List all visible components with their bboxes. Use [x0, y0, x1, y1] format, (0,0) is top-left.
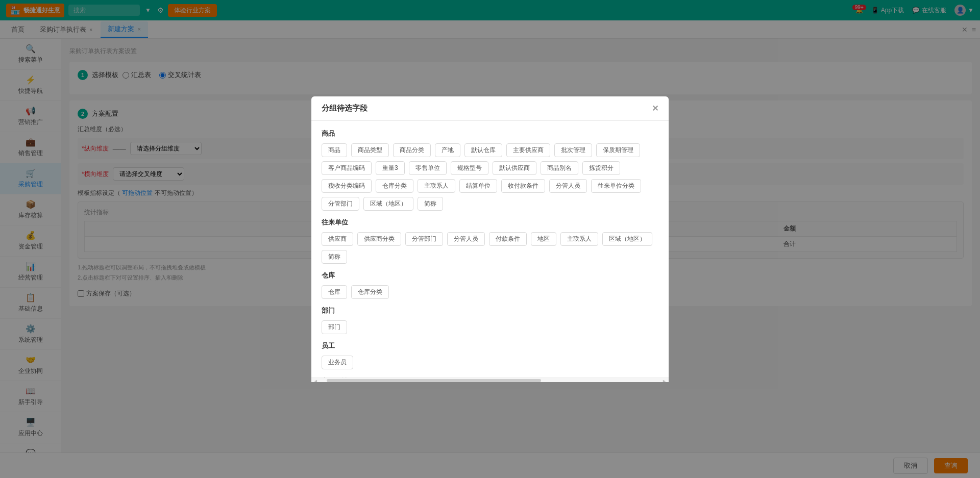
scroll-left-arrow[interactable]: ◄ [313, 379, 318, 382]
field-tag-party-contact[interactable]: 主联系人 [560, 232, 598, 246]
field-tag-expiry-mgmt[interactable]: 保质期管理 [596, 143, 640, 157]
field-tag-party-person[interactable]: 分管人员 [447, 232, 485, 246]
field-tag-party-region[interactable]: 区域（地区） [602, 232, 652, 246]
modal-title: 分组待选字段 [322, 104, 368, 113]
field-tag-customer-code[interactable]: 客户商品编码 [322, 161, 372, 175]
dept-fields-grid: 部门 [322, 320, 658, 334]
warehouse-fields-grid: 仓库 仓库分类 [322, 285, 658, 299]
scroll-thumb[interactable] [327, 379, 541, 382]
field-tag-pick-points[interactable]: 拣货积分 [582, 161, 620, 175]
field-tag-party-area[interactable]: 地区 [531, 232, 556, 246]
field-tag-warehouse-category[interactable]: 仓库分类 [376, 179, 413, 193]
field-tag-goods-category[interactable]: 商品分类 [393, 143, 431, 157]
modal-body: 商品 商品 商品类型 商品分类 产地 默认仓库 主要供应商 批次管理 保质期管理… [311, 121, 669, 378]
field-tag-origin[interactable]: 产地 [435, 143, 460, 157]
goods-fields-grid: 商品 商品类型 商品分类 产地 默认仓库 主要供应商 批次管理 保质期管理 客户… [322, 143, 658, 211]
field-tag-batch-mgmt[interactable]: 批次管理 [554, 143, 592, 157]
section-header-party: 往来单位 [322, 218, 658, 227]
field-tag-retail-unit[interactable]: 零售单位 [409, 161, 447, 175]
field-tag-short-name[interactable]: 简称 [418, 197, 443, 211]
field-selection-modal: 分组待选字段 ✕ 商品 商品 商品类型 商品分类 产地 默认仓库 主要供应商 批… [311, 96, 669, 382]
field-tag-goods-alias[interactable]: 商品别名 [541, 161, 578, 175]
field-tag-supplier-category[interactable]: 供应商分类 [357, 232, 401, 246]
section-header-goods: 商品 [322, 129, 658, 138]
field-tag-goods-type[interactable]: 商品类型 [351, 143, 389, 157]
field-tag-supplier[interactable]: 供应商 [322, 232, 353, 246]
field-tag-salesperson[interactable]: 业务员 [322, 356, 353, 369]
field-tag-payment-terms[interactable]: 收付款条件 [501, 179, 545, 193]
employee-fields-grid: 业务员 [322, 356, 658, 369]
field-tag-goods[interactable]: 商品 [322, 143, 347, 157]
field-tag-party-short[interactable]: 简称 [322, 250, 347, 264]
field-tag-party-payment[interactable]: 付款条件 [489, 232, 527, 246]
field-tag-party-category[interactable]: 往来单位分类 [591, 179, 641, 193]
field-tag-party-dept[interactable]: 分管部门 [405, 232, 443, 246]
field-tag-dept[interactable]: 部门 [322, 320, 347, 334]
field-tag-tax-code[interactable]: 税收分类编码 [322, 179, 372, 193]
section-header-employee: 员工 [322, 341, 658, 350]
horizontal-scrollbar[interactable]: ◄ ► [311, 378, 669, 382]
field-tag-settlement-unit[interactable]: 结算单位 [459, 179, 497, 193]
section-header-dept: 部门 [322, 306, 658, 315]
field-tag-region[interactable]: 区域（地区） [363, 197, 413, 211]
scroll-right-arrow[interactable]: ► [662, 379, 667, 382]
modal-overlay: 分组待选字段 ✕ 商品 商品 商品类型 商品分类 产地 默认仓库 主要供应商 批… [0, 0, 980, 478]
field-tag-mgmt-dept[interactable]: 分管部门 [322, 197, 359, 211]
field-tag-warehouse[interactable]: 仓库 [322, 285, 347, 299]
field-tag-weight3[interactable]: 重量3 [376, 161, 405, 175]
party-fields-grid: 供应商 供应商分类 分管部门 分管人员 付款条件 地区 主联系人 区域（地区） … [322, 232, 658, 264]
field-tag-spec-model[interactable]: 规格型号 [451, 161, 488, 175]
field-tag-warehouse-cat[interactable]: 仓库分类 [351, 285, 389, 299]
modal-close-button[interactable]: ✕ [652, 104, 658, 113]
field-tag-default-warehouse[interactable]: 默认仓库 [464, 143, 502, 157]
modal-header: 分组待选字段 ✕ [311, 96, 669, 121]
field-tag-default-supplier[interactable]: 默认供应商 [493, 161, 536, 175]
field-tag-main-contact[interactable]: 主联系人 [418, 179, 455, 193]
field-tag-main-supplier[interactable]: 主要供应商 [506, 143, 550, 157]
field-tag-supervisor[interactable]: 分管人员 [549, 179, 587, 193]
section-header-warehouse: 仓库 [322, 271, 658, 280]
